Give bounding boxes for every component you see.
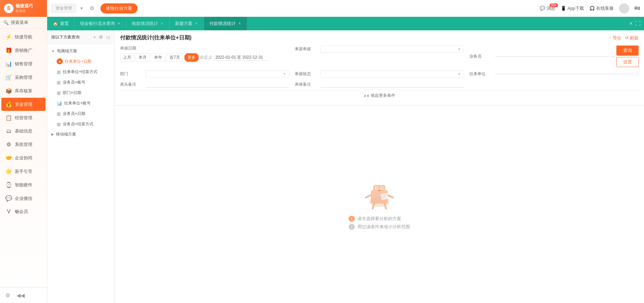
- tab-new-scheme[interactable]: 新建方案 ×: [170, 17, 204, 30]
- date-range-input[interactable]: [213, 54, 267, 61]
- tab-cashflow-close[interactable]: ×: [117, 21, 121, 27]
- tab-payment-stats-close[interactable]: ×: [238, 21, 241, 27]
- sidebar-item-basic[interactable]: 🗂 基础信息: [1, 125, 46, 138]
- weixin-icon: 💬: [5, 195, 12, 202]
- topbar: 资金管理 ▼ ⚙ 体验行业方案 💬 消息 99+ 📱 App下载 🎧 在线客服 …: [47, 0, 644, 17]
- scheme-item-salesman-date[interactable]: ▦ 业务员+日期: [47, 109, 114, 119]
- svg-line-8: [366, 195, 371, 198]
- operation-label: 经营管理: [15, 115, 32, 121]
- tab-payment-stats[interactable]: 付款情况统计 ×: [204, 17, 247, 30]
- desktop-category[interactable]: ▼ 电脑端方案: [47, 46, 114, 56]
- app-download-btn[interactable]: 📱 App下载: [561, 5, 584, 11]
- tab-receipts-close[interactable]: ×: [160, 21, 164, 27]
- refresh-label: 刷新: [630, 35, 639, 41]
- scheme-item-dept-date-label: 部门+日期: [63, 90, 81, 96]
- salesman-label: 业务员: [469, 54, 493, 59]
- weixin-label: 企业微信: [15, 195, 32, 202]
- svg-point-6: [381, 187, 383, 189]
- empty-hint-1: 1 请先选择要分析的方案: [349, 216, 410, 222]
- search-menu[interactable]: 🔍 搜索菜单: [0, 17, 47, 29]
- trial-btn[interactable]: 体验行业方案: [100, 3, 138, 13]
- collapse-icon: ∧∧: [363, 93, 370, 98]
- salesman-more-btn[interactable]: ···: [611, 54, 614, 59]
- sidebar-item-system[interactable]: ⚙ 系统管理: [1, 138, 46, 151]
- scheme-item-partner-settlement[interactable]: ▦ 往来单位+结算方式: [47, 67, 114, 77]
- sidebar-item-marketing[interactable]: 🎁 营销推广: [1, 44, 46, 57]
- active-scheme-indicator: ●: [57, 58, 63, 64]
- scheme-item-partner-account[interactable]: 📊 往来单位+账号: [47, 98, 114, 109]
- hint-num-2: 2: [349, 224, 355, 230]
- query-btn[interactable]: 查询: [616, 46, 639, 56]
- tab-payment-stats-label: 付款情况统计: [209, 21, 236, 27]
- sidebar-item-operation[interactable]: 📋 经营管理: [1, 111, 46, 124]
- tab-receipts[interactable]: 收款情况统计 ×: [126, 17, 170, 30]
- date-btn-last-7[interactable]: 近7天: [167, 53, 183, 62]
- date-btn-last-month[interactable]: 上月: [120, 53, 134, 62]
- filter-title-actions: ↑ 导出 ↺ 刷新: [609, 35, 639, 41]
- scheme-icon-4: 📊: [57, 101, 62, 106]
- dept-arrow: ▼: [283, 72, 286, 76]
- filter-area: 付款情况统计(往来单位+日期) ↑ 导出 ↺ 刷新: [115, 30, 644, 105]
- scheme-icon-3: ▦: [57, 90, 61, 95]
- tab-new-scheme-close[interactable]: ×: [195, 21, 198, 27]
- search-icon: 🔍: [3, 20, 9, 25]
- topbar-settings-btn[interactable]: ⚙: [87, 3, 97, 13]
- service-icon: 🎧: [589, 6, 595, 11]
- panel-settings-btn[interactable]: ⚙: [98, 34, 104, 40]
- user-avatar[interactable]: [619, 3, 629, 13]
- table-body-remark-label: 表体备注: [295, 82, 318, 87]
- sidebar-item-sales[interactable]: 📊 销售管理: [1, 57, 46, 70]
- partner-more-btn[interactable]: ···: [635, 72, 639, 77]
- sidebar-item-weixin[interactable]: 💬 企业微信: [1, 192, 46, 205]
- tabbar: 🏠 首页 现金银行流水查询 × 收款情况统计 × 新建方案 × 付款情况统计 ×…: [47, 17, 644, 30]
- right-area: 付款情况统计(往来单位+日期) ↑ 导出 ↺ 刷新: [115, 30, 644, 303]
- topbar-right: 💬 消息 99+ 📱 App下载 🎧 在线客服 Rit: [540, 3, 640, 13]
- panel-title: 按以下方案查询: [51, 34, 80, 40]
- export-btn[interactable]: ↑ 导出: [609, 35, 622, 41]
- filter-title-row: 付款情况统计(往来单位+日期) ↑ 导出 ↺ 刷新: [120, 34, 639, 41]
- scheme-item-salesman-account[interactable]: ▦ 业务员+账号: [47, 77, 114, 88]
- tab-cashflow[interactable]: 现金银行流水查询 ×: [75, 17, 126, 30]
- tab-home[interactable]: 🏠 首页: [47, 17, 75, 30]
- sidebar-item-member[interactable]: V 畅会员: [1, 205, 46, 218]
- tab-close-all-btn[interactable]: ×: [630, 21, 633, 27]
- empty-hint: 1 请先选择要分析的方案 2 用过滤条件来缩小分析范围: [349, 216, 410, 232]
- source-voucher-select[interactable]: ▼: [320, 46, 464, 53]
- scheme-item-partner-settlement-label: 往来单位+结算方式: [63, 69, 97, 75]
- date-label: 单据日期: [120, 46, 144, 51]
- desktop-category-label: 电脑端方案: [57, 48, 77, 54]
- date-btn-this-year[interactable]: 本年: [151, 53, 165, 62]
- mobile-category[interactable]: ▶ 移动端方案: [47, 129, 114, 139]
- scheme-item-partner-date[interactable]: ● 往来单位+日期: [47, 56, 114, 67]
- home-icon: 🏠: [53, 21, 58, 26]
- message-btn[interactable]: 💬 消息 99+: [540, 5, 555, 11]
- refresh-icon: ↺: [625, 35, 628, 40]
- sidebar-item-capital[interactable]: 💰 资金管理: [1, 98, 46, 111]
- date-btn-more[interactable]: 更多: [184, 53, 199, 62]
- tab-expand-btn[interactable]: ⛶: [635, 21, 641, 27]
- enterprise-icon: 🤝: [5, 155, 12, 161]
- panel-add-btn[interactable]: +: [93, 34, 97, 40]
- dept-select[interactable]: ▼: [146, 70, 289, 78]
- sidebar-item-purchase[interactable]: 🛒 采购管理: [1, 71, 46, 84]
- scheme-icon-2: ▦: [57, 80, 61, 85]
- sidebar-item-quick-nav[interactable]: ⚡ 快捷导航: [1, 30, 46, 43]
- scheme-section: ▼ 电脑端方案 ● 往来单位+日期 ▦ 往来单位+结算方式 ▦ 业务员+账号 ▦: [47, 44, 114, 141]
- scheme-item-salesman-settlement[interactable]: ▦ 业务员+结算方式: [47, 119, 114, 129]
- sidebar-item-hardware[interactable]: ⌚ 智能硬件: [1, 178, 46, 191]
- filter-settings-btn[interactable]: 设置: [616, 57, 639, 67]
- sidebar-item-guide[interactable]: 🌟 新手引导: [1, 165, 46, 178]
- collapse-sidebar-btn[interactable]: ◀◀: [16, 290, 26, 300]
- scheme-item-partner-account-label: 往来单位+账号: [64, 100, 91, 106]
- voucher-status-select[interactable]: ▼: [320, 70, 464, 78]
- scheme-item-dept-date[interactable]: ▦ 部门+日期: [47, 88, 114, 98]
- sidebar-item-enterprise[interactable]: 🤝 企业协同: [1, 151, 46, 164]
- enterprise-label: 企业协同: [15, 155, 32, 161]
- refresh-btn[interactable]: ↺ 刷新: [625, 35, 639, 41]
- panel-collapse-btn[interactable]: ◁: [105, 34, 110, 40]
- date-btn-this-month[interactable]: 本月: [136, 53, 150, 62]
- sidebar-item-inventory[interactable]: 📦 库存核算: [1, 84, 46, 97]
- settings-bottom-btn[interactable]: ⚙: [3, 290, 13, 300]
- collapse-bar[interactable]: ∧∧ 收起更多条件: [120, 90, 639, 101]
- online-service-btn[interactable]: 🎧 在线客服: [589, 5, 614, 11]
